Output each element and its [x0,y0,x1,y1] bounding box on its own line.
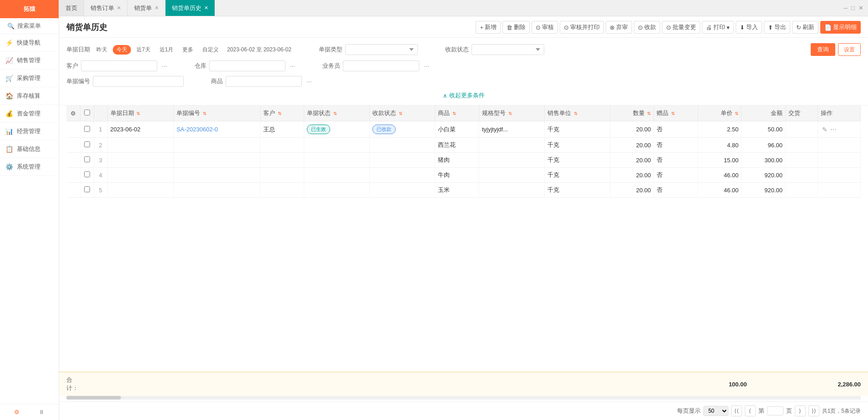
th-settings[interactable]: ⚙ [66,105,80,121]
payment-select[interactable] [472,44,544,55]
th-goods[interactable]: 商品 ⇅ [435,105,479,121]
doc-num-link[interactable]: SA-20230602-0 [176,126,218,133]
collapse-filter-button[interactable]: ∧ 收起更多条件 [66,91,861,100]
row-checkbox[interactable] [84,186,90,192]
add-button[interactable]: + 新增 [476,21,501,34]
td-checkbox[interactable] [80,153,94,168]
goods-input[interactable] [226,76,302,87]
td-checkbox[interactable] [80,168,94,183]
row-checkbox[interactable] [84,156,90,162]
staff-ellipsis[interactable]: ··· [424,62,429,70]
th-checkbox[interactable] [80,105,94,121]
batch-change-button[interactable]: ⊙ 批量变更 [662,21,700,34]
review-button[interactable]: ⊙ 审核 [532,21,558,34]
td-docnum[interactable]: SA-20230602-0 [174,121,261,138]
last-page-button[interactable]: ⟩⟩ [808,405,819,416]
tab-home[interactable]: 首页 [59,0,84,16]
delete-button[interactable]: 🗑 删除 [502,21,530,34]
more-action-icon[interactable]: ⋯ [830,126,837,133]
th-gift[interactable]: 赠品 ⇅ [654,105,697,121]
tab-sales-goods[interactable]: 销货单 ✕ [128,0,166,16]
page-size-select[interactable]: 50 20 100 [703,406,728,416]
td-checkbox[interactable] [80,138,94,153]
warehouse-ellipsis[interactable]: ··· [290,62,296,70]
review-print-button[interactable]: ⊙ 审核并打印 [560,21,604,34]
th-customer[interactable]: 客户 ⇅ [260,105,304,121]
collapse-sidebar-icon[interactable]: ⏸ [39,409,45,415]
date-pill-more[interactable]: 更多 [179,45,197,55]
sidebar-item-sales-mgmt[interactable]: 📈 销售管理 [0,52,59,70]
tab-sales-goods-close[interactable]: ✕ [155,5,159,11]
th-amount: 金额 [742,105,786,121]
query-button[interactable]: 查询 [811,43,835,56]
row-checkbox[interactable] [84,126,90,132]
import-button[interactable]: ⬇ 导入 [736,21,762,34]
th-spec[interactable]: 规格型号 ⇅ [479,105,544,121]
docnum-input[interactable] [93,76,184,87]
sidebar-item-operation[interactable]: 📊 经营管理 [0,123,59,140]
tab-sales-order[interactable]: 销售订单 ✕ [84,0,128,16]
settings-bottom-icon[interactable]: ⚙ [14,409,20,415]
show-detail-button[interactable]: 📄 显示明细 [820,21,861,34]
sidebar-item-quick-nav[interactable]: ⚡ 快捷导航 [0,34,59,52]
date-pill-custom[interactable]: 自定义 [199,45,222,55]
td-checkbox[interactable] [80,183,94,198]
first-page-button[interactable]: ⟨⟨ [731,405,742,416]
tab-sales-history-close[interactable]: ✕ [204,5,208,11]
print-button[interactable]: 🖨 打印 ▾ [702,21,734,34]
horizontal-scrollbar[interactable] [66,396,861,400]
customer-input[interactable] [81,60,157,71]
sidebar-search[interactable]: 🔍 搜索菜单 [0,18,59,34]
date-pill-7days[interactable]: 近7天 [133,45,154,55]
staff-label: 业务员 [322,62,340,70]
prev-page-button[interactable]: ⟨ [745,405,756,416]
abandon-button[interactable]: ⊗ 弃审 [606,21,632,34]
sidebar-item-label: 销售管理 [17,56,40,65]
td-docnum[interactable] [174,138,261,153]
th-unitprice[interactable]: 单价 ⇅ [697,105,741,121]
refresh-button[interactable]: ↻ 刷新 [792,21,818,34]
th-date[interactable]: 单据日期 ⇅ [107,105,174,121]
export-button[interactable]: ⬆ 导出 [764,21,790,34]
row-checkbox[interactable] [84,171,90,177]
scrollbar-thumb[interactable] [66,396,121,400]
td-action [818,153,861,168]
row-checkbox[interactable] [84,141,90,147]
maximize-icon[interactable]: □ [851,5,855,11]
th-paymentstatus[interactable]: 收款状态 ⇅ [370,105,435,121]
date-pill-today[interactable]: 今天 [113,45,131,55]
th-docnum[interactable]: 单据编号 ⇅ [174,105,261,121]
sidebar-item-sys-mgmt[interactable]: ⚙️ 系统管理 [0,158,59,176]
th-unit[interactable]: 销售单位 ⇅ [544,105,610,121]
staff-input[interactable] [343,60,419,71]
type-select[interactable] [345,44,418,55]
current-page-input[interactable]: 1 [767,406,783,415]
td-docnum[interactable] [174,168,261,183]
td-docnum[interactable] [174,153,261,168]
tab-sales-history[interactable]: 销货单历史 ✕ [166,0,215,16]
collect-button[interactable]: ⊙ 收款 [634,21,660,34]
minimize-icon[interactable]: ─ [843,5,848,11]
tab-sales-order-close[interactable]: ✕ [117,5,121,11]
td-checkbox[interactable] [80,121,94,138]
th-docstatus[interactable]: 单据状态 ⇅ [304,105,370,121]
customer-ellipsis[interactable]: ··· [162,62,167,70]
sidebar-item-inventory[interactable]: 🏠 库存核算 [0,87,59,105]
date-pill-1month[interactable]: 近1月 [156,45,177,55]
total-info: 共1页，5条记录 [822,407,861,415]
next-page-button[interactable]: ⟩ [795,405,806,416]
sidebar-item-purchase-mgmt[interactable]: 🛒 采购管理 [0,70,59,87]
edit-action-icon[interactable]: ✎ [822,126,828,133]
td-quantity: 20.00 [610,168,654,183]
td-date [107,153,174,168]
close-window-icon[interactable]: ✕ [858,5,863,11]
date-pill-yesterday[interactable]: 昨天 [93,45,111,55]
filter-settings-button[interactable]: 设置 [838,43,861,56]
select-all-checkbox[interactable] [84,110,90,115]
goods-ellipsis[interactable]: ··· [306,78,312,85]
sidebar-item-basic-info[interactable]: 📋 基础信息 [0,140,59,158]
sidebar-item-finance[interactable]: 💰 资金管理 [0,105,59,123]
warehouse-input[interactable] [209,60,286,71]
th-quantity[interactable]: 数量 ⇅ [610,105,654,121]
td-docnum[interactable] [174,183,261,198]
